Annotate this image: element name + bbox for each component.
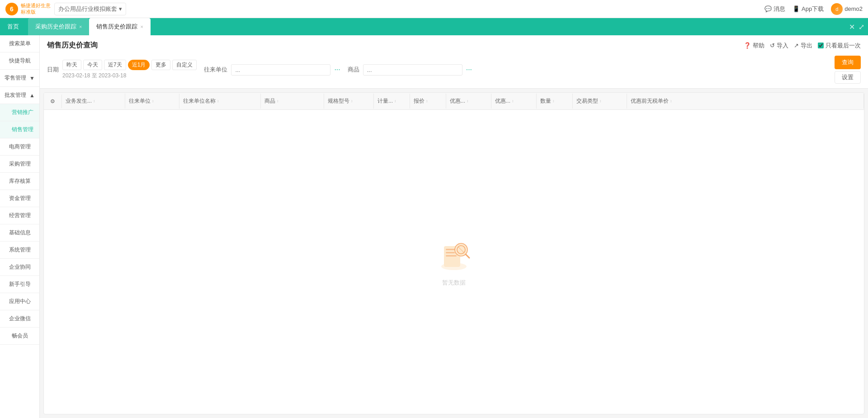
logo-icon: 6 [5,3,18,15]
sidebar-operations-label: 经营管理 [9,212,31,219]
top-bar-right: 💬 消息 📱 App下载 d demo2 [764,3,863,15]
th-quote[interactable]: 报价 ↕ [410,94,446,109]
only-last-checkbox[interactable] [818,43,824,48]
export-action[interactable]: ↗ 导出 [794,42,812,50]
sidebar-item-ecommerce[interactable]: 电商管理 [0,138,39,156]
sort-trade-type-icon: ↕ [599,100,601,103]
tab-purchase-history[interactable]: 采购历史价跟踪 × [28,18,89,35]
sort-product-icon: ↕ [277,100,278,103]
only-last-checkbox-group[interactable]: 只看最后一次 [818,42,861,50]
th-product-label: 商品 [264,97,275,105]
th-discount1[interactable]: 优惠... ↕ [446,94,491,109]
import-action[interactable]: ↺ 导入 [770,42,788,50]
sidebar-item-finance[interactable]: 资金管理 [0,190,39,207]
app-selector[interactable]: 办公用品行业模拟账套 ▾ [54,3,126,15]
app-name-label: 办公用品行业模拟账套 [58,5,117,13]
date-range-display: 2023-02-18 至 2023-03-18 [62,72,197,80]
th-product[interactable]: 商品 ↕ [261,94,324,109]
th-partner-code-label: 往来单位 [129,97,151,105]
th-spec[interactable]: 规格型号 ↕ [324,94,374,109]
th-discount2[interactable]: 优惠... ↕ [491,94,537,109]
sidebar-item-wholesale[interactable]: 批发管理 ▲ [0,87,39,104]
date-btn-custom[interactable]: 自定义 [172,60,197,70]
message-item[interactable]: 💬 消息 [764,5,785,13]
th-qty-label: 数量 [540,97,551,105]
sort-unit-icon: ↕ [394,100,396,103]
user-item[interactable]: d demo2 [831,3,863,15]
tab-purchase-label: 采购历史价跟踪 [35,23,76,31]
tab-purchase-close[interactable]: × [79,24,82,29]
th-spec-label: 规格型号 [328,97,349,105]
settings-icon: ⚙ [50,98,55,104]
sidebar-wholesale-label: 批发管理 [5,91,26,99]
logo-area: 6 畅捷通好生意 标准版 [5,3,51,15]
sort-partner-name-icon: ↕ [217,100,219,103]
only-last-label: 只看最后一次 [826,42,861,50]
sidebar-quick-nav-label: 快捷导航 [9,57,31,65]
sidebar-item-cooperation[interactable]: 企业协同 [0,259,39,276]
sidebar-basic-info-label: 基础信息 [9,229,31,237]
empty-state: 暂无数据 [44,110,864,414]
partner-input[interactable] [231,64,330,76]
th-partner-code[interactable]: 往来单位 ↕ [125,94,179,109]
tab-close-all-btn[interactable]: ✕ [849,23,855,31]
app-download-label: App下载 [802,5,824,13]
app-download-item[interactable]: 📱 App下载 [793,5,824,13]
th-qty[interactable]: 数量 ↕ [537,94,573,109]
sidebar-item-member[interactable]: 畅会员 [0,328,39,345]
th-partner-name-label: 往来单位名称 [183,97,216,105]
help-icon: ❓ [744,42,751,49]
product-label: 商品 [348,66,359,74]
sidebar-item-wechat[interactable]: 企业微信 [0,310,39,328]
sidebar-item-system[interactable]: 系统管理 [0,242,39,259]
th-biz-date[interactable]: 业务发生... ↕ [62,94,125,109]
date-btn-more[interactable]: 更多 [151,60,170,70]
date-btn-1month[interactable]: 近1月 [128,60,150,70]
page-title: 销售历史价查询 [47,41,98,50]
help-action[interactable]: ❓ 帮助 [744,42,764,50]
th-unit-label: 计量... [377,97,393,105]
import-label: 导入 [777,42,788,50]
sidebar-wechat-label: 企业微信 [9,315,31,323]
sidebar-item-inventory[interactable]: 库存核算 [0,173,39,190]
sort-biz-date-icon: ↕ [93,100,95,103]
tab-sales-close[interactable]: × [140,24,143,29]
date-filter-group: 日期 昨天 今天 近7天 近1月 更多 自定义 2023-02-18 至 202… [47,60,197,80]
th-trade-type[interactable]: 交易类型 ↕ [573,94,627,109]
th-quote-label: 报价 [414,97,425,105]
settings-button[interactable]: 设置 [835,71,861,84]
date-btn-7days[interactable]: 近7天 [104,60,126,70]
sidebar-item-app-center[interactable]: 应用中心 [0,293,39,310]
sort-quote-icon: ↕ [426,100,428,103]
sidebar-item-operations[interactable]: 经营管理 [0,207,39,224]
sidebar-item-retail[interactable]: 零售管理 ▼ [0,70,39,87]
th-unit[interactable]: 计量... ↕ [374,94,410,109]
sidebar-inventory-label: 库存核算 [9,177,31,185]
query-button[interactable]: 查询 [835,56,861,69]
th-trade-type-label: 交易类型 [576,97,598,105]
content-area: 销售历史价查询 ❓ 帮助 ↺ 导入 ↗ 导出 [40,35,868,418]
th-pretax-price[interactable]: 优惠前无税单价 ↕ [627,94,864,109]
product-input[interactable] [363,64,462,76]
date-btn-today[interactable]: 今天 [83,60,102,70]
tab-home[interactable]: 首页 [0,18,26,35]
tab-expand-btn[interactable]: ⤢ [859,23,864,31]
sidebar-item-search[interactable]: 搜索菜单 [0,35,39,52]
partner-dots[interactable]: ··· [334,66,340,74]
table-header: ⚙ 业务发生... ↕ 往来单位 ↕ 往来单位名称 ↕ 商品 ↕ [44,93,864,110]
th-settings[interactable]: ⚙ [44,95,62,108]
sort-qty-icon: ↕ [552,100,554,103]
sidebar-item-basic-info[interactable]: 基础信息 [0,224,39,242]
sidebar-item-marketing[interactable]: 营销推广 [0,104,39,121]
product-dots[interactable]: ··· [466,66,472,74]
sidebar-wholesale-arrow: ▲ [29,92,35,99]
sidebar-item-quick-nav[interactable]: 快捷导航 [0,52,39,70]
sidebar-item-purchase[interactable]: 采购管理 [0,156,39,173]
sidebar-item-guide[interactable]: 新手引导 [0,276,39,293]
date-btn-yesterday[interactable]: 昨天 [62,60,81,70]
tab-sales-history[interactable]: 销售历史价跟踪 × [89,18,150,35]
sidebar-system-label: 系统管理 [9,246,31,254]
sidebar-app-center-label: 应用中心 [9,298,31,305]
th-partner-name[interactable]: 往来单位名称 ↕ [179,94,261,109]
sidebar-item-sales-mgmt[interactable]: 销售管理 [0,121,39,138]
